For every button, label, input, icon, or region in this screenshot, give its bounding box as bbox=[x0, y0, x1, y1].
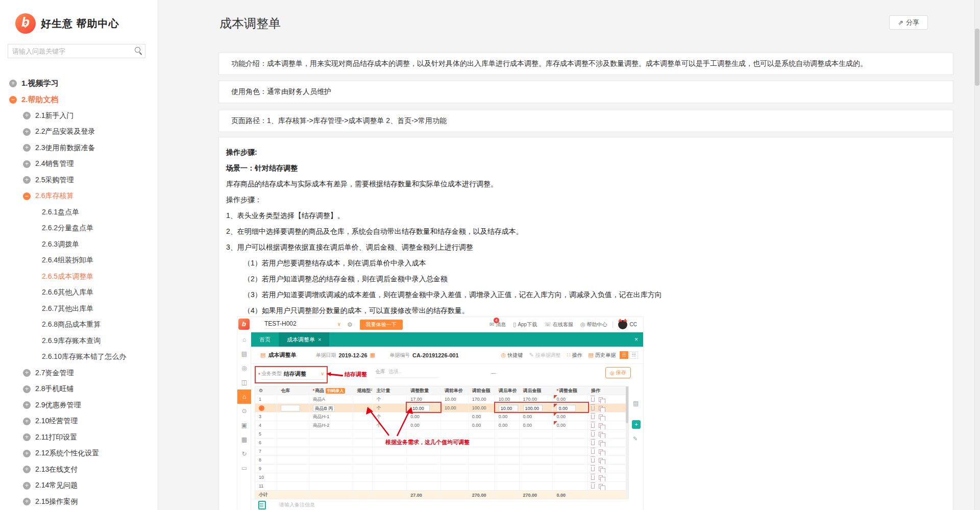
sidebar-item[interactable]: 2.6.4组装拆卸单 bbox=[0, 253, 158, 269]
copy-icon[interactable] bbox=[599, 432, 603, 436]
collapse-icon[interactable]: − bbox=[9, 96, 17, 104]
sidebar-item[interactable]: +2.3使用前数据准备 bbox=[0, 140, 158, 156]
box-icon[interactable]: ▣ bbox=[237, 418, 251, 432]
avatar[interactable] bbox=[618, 320, 627, 329]
sidebar-item[interactable]: +2.2产品安装及登录 bbox=[0, 124, 158, 140]
expand-icon[interactable]: + bbox=[23, 369, 31, 377]
delete-icon[interactable] bbox=[591, 415, 595, 419]
sidebar-item[interactable]: +2.11打印设置 bbox=[0, 429, 158, 446]
sidebar-item[interactable]: +2.15操作案例 bbox=[0, 494, 158, 510]
expand-icon[interactable]: + bbox=[23, 433, 31, 441]
toolbar-adjust-by-doc[interactable]: ✎按单据调整 bbox=[529, 352, 560, 359]
sidebar-item[interactable]: +2.1新手入门 bbox=[0, 108, 158, 124]
topbar-item-help-center[interactable]: ◎帮助中心 bbox=[580, 321, 607, 328]
gear-icon[interactable]: ⚙ bbox=[259, 388, 263, 393]
delete-icon[interactable] bbox=[591, 441, 595, 445]
delete-icon[interactable] bbox=[591, 467, 595, 471]
expand-icon[interactable]: + bbox=[23, 450, 31, 457]
toolbar-shortcut[interactable]: ◎快捷键 bbox=[501, 352, 523, 359]
delete-icon[interactable] bbox=[591, 458, 595, 463]
sidebar-item[interactable]: +2.12系统个性化设置 bbox=[0, 446, 158, 462]
sidebar-item[interactable]: +2.4销售管理 bbox=[0, 156, 158, 173]
copy-icon[interactable] bbox=[599, 423, 603, 428]
report-icon[interactable]: ▭ bbox=[237, 461, 251, 475]
delete-icon[interactable] bbox=[591, 397, 595, 402]
delete-icon[interactable] bbox=[591, 475, 595, 480]
gear-icon[interactable]: ⚙ bbox=[347, 321, 353, 328]
sidebar-item[interactable]: 2.6.2分量盘点单 bbox=[0, 221, 158, 237]
sidebar-item[interactable]: +1.视频学习 bbox=[0, 76, 158, 92]
sidebar-item[interactable]: 2.6.1盘点单 bbox=[0, 204, 158, 221]
collapse-icon[interactable]: − bbox=[23, 192, 31, 200]
expand-icon[interactable]: + bbox=[23, 482, 31, 490]
sidebar-item[interactable]: +2.10经营管理 bbox=[0, 414, 158, 430]
sidebar-item[interactable]: 2.6.10库存账本错了怎么办 bbox=[0, 349, 158, 366]
warehouse-icon[interactable]: ⌂ bbox=[237, 390, 251, 404]
search-icon[interactable] bbox=[133, 45, 145, 57]
close-all-icon[interactable]: × bbox=[634, 336, 638, 343]
copy-icon[interactable] bbox=[599, 467, 603, 471]
list-view-icon[interactable]: ☰ bbox=[620, 351, 628, 359]
sidebar-item[interactable]: 2.6.7其他出库单 bbox=[0, 301, 158, 317]
copy-icon[interactable] bbox=[599, 449, 603, 454]
calendar-icon[interactable]: ▤ bbox=[237, 347, 251, 361]
doc-tab[interactable]: ▤ 成本调整单 bbox=[260, 351, 296, 359]
sidebar-item[interactable]: +2.8手机旺铺 bbox=[0, 381, 158, 398]
delete-icon[interactable] bbox=[591, 449, 595, 454]
sidebar-search[interactable] bbox=[8, 44, 145, 58]
expand-icon[interactable]: + bbox=[23, 418, 31, 425]
refresh-icon[interactable]: ↻ bbox=[237, 447, 251, 461]
delete-icon[interactable] bbox=[591, 432, 595, 436]
topbar-item-message[interactable]: ✉4消息 bbox=[489, 321, 506, 328]
lock-icon[interactable]: ⊙ bbox=[237, 404, 251, 418]
cell-input-aamt[interactable]: 100.00 bbox=[523, 405, 543, 411]
note-icon[interactable]: ▤ bbox=[633, 400, 639, 407]
delete-icon[interactable] bbox=[591, 484, 595, 489]
cell-input-wh[interactable] bbox=[281, 405, 300, 411]
bag-icon[interactable]: ◫ bbox=[237, 375, 251, 390]
page-scrollbar[interactable] bbox=[974, 0, 980, 510]
search-input[interactable] bbox=[8, 47, 133, 55]
expand-icon[interactable]: + bbox=[23, 401, 31, 409]
toolbar-operation[interactable]: ∷操作 bbox=[567, 352, 582, 359]
copy-icon[interactable] bbox=[599, 415, 603, 419]
sidebar-item[interactable]: 2.6.3调拨单 bbox=[0, 236, 158, 253]
doc-date-field[interactable]: 单据日期 2019-12-26 ▦ bbox=[315, 352, 375, 359]
topbar-item-app-download[interactable]: ▯App下载 bbox=[513, 321, 537, 328]
remark-bar[interactable]: 请输入备注信息 bbox=[251, 499, 629, 510]
sidebar-item[interactable]: +2.14常见问题 bbox=[0, 478, 158, 494]
sidebar-item[interactable]: −2.帮助文档 bbox=[0, 92, 158, 108]
expand-icon[interactable]: + bbox=[23, 128, 31, 136]
toolbar-history[interactable]: ▤历史单据 bbox=[589, 352, 616, 359]
copy-icon[interactable] bbox=[599, 484, 603, 489]
company-select[interactable]: TEST-H002 ∨ bbox=[264, 320, 341, 329]
copy-icon[interactable] bbox=[599, 441, 603, 445]
table-scrollbar[interactable] bbox=[626, 386, 628, 499]
sidebar-item[interactable]: +2.5采购管理 bbox=[0, 172, 158, 188]
app-tab[interactable]: 成本调整单× bbox=[279, 332, 329, 347]
scan-entry-badge[interactable]: 扫码录入 bbox=[326, 388, 345, 394]
copy-icon[interactable] bbox=[599, 406, 603, 410]
cell-input-aprice[interactable]: 10.00 bbox=[499, 405, 518, 411]
copy-icon[interactable] bbox=[599, 458, 603, 463]
pen-icon[interactable]: ✎ bbox=[633, 435, 638, 442]
share-button[interactable]: ⇗ 分享 bbox=[889, 15, 928, 30]
sidebar-item[interactable]: +2.7资金管理 bbox=[0, 365, 158, 381]
save-button[interactable]: ◎ 保存 bbox=[605, 367, 631, 378]
expand-icon[interactable]: + bbox=[23, 144, 31, 152]
expand-icon[interactable]: + bbox=[23, 160, 31, 168]
biz-type-field[interactable]: * 业务类型 结存调整 ∨ bbox=[255, 366, 328, 383]
sidebar-item[interactable]: +2.9优惠券管理 bbox=[0, 397, 158, 414]
sidebar-item[interactable]: 2.6.9库存账本查询 bbox=[0, 333, 158, 349]
expand-icon[interactable]: + bbox=[632, 420, 641, 429]
sidebar-item[interactable]: 2.6.6其他入库单 bbox=[0, 285, 158, 301]
topbar-item-online-service[interactable]: ☏在线客服 bbox=[544, 321, 573, 328]
detail-view-icon[interactable]: ☷ bbox=[629, 351, 638, 359]
sidebar-item[interactable]: +2.13在线支付 bbox=[0, 462, 158, 478]
badge-icon[interactable]: ◎ bbox=[237, 361, 251, 375]
warehouse-field[interactable]: 仓库 选填.. bbox=[375, 368, 439, 378]
sidebar-item[interactable]: −2.6库存核算 bbox=[0, 188, 158, 205]
expand-icon[interactable]: + bbox=[23, 112, 31, 119]
home-icon[interactable]: ⌂ bbox=[237, 332, 251, 347]
delete-icon[interactable] bbox=[591, 406, 595, 410]
